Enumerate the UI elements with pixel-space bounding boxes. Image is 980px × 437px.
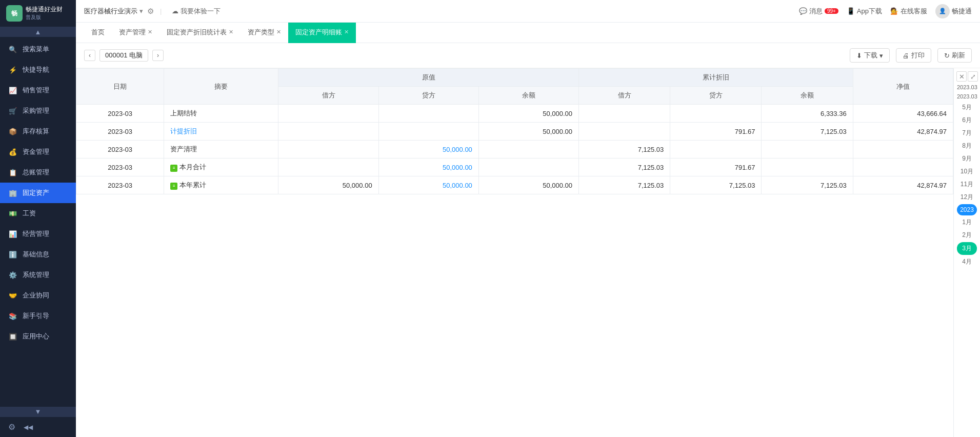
sidebar-scroll-down[interactable]: ▼ — [0, 407, 76, 416]
sidebar-item-finance[interactable]: 💰 资金管理 — [0, 142, 76, 162]
sidebar-item-sales[interactable]: 📈 销售管理 — [0, 80, 76, 101]
sidebar-item-label: 快捷导航 — [23, 65, 49, 74]
tab-asset-mgmt[interactable]: 资产管理 ✕ — [112, 23, 159, 43]
user-name: 畅捷通 — [952, 7, 972, 16]
sidebar-item-salary[interactable]: 💵 工资 — [0, 203, 76, 224]
cell-accum-credit: 7,125.03 — [670, 176, 762, 194]
tab-asset-type[interactable]: 资产类型 ✕ — [241, 23, 288, 43]
download-icon: ⬇ — [856, 52, 862, 59]
cell-orig-credit — [378, 105, 478, 123]
download-chevron-icon: ▾ — [879, 52, 883, 59]
sidebar-item-quicknav[interactable]: ⚡ 快捷导航 — [0, 59, 76, 80]
experience-btn[interactable]: ☁ 我要体验一下 — [172, 7, 221, 16]
sidebar-scroll-up[interactable]: ▲ — [0, 27, 76, 37]
download-label: 下载 — [864, 51, 877, 60]
settings-gear-icon[interactable]: ⚙ — [147, 7, 154, 16]
topbar-right: 💬 消息 99+ 📱 App下载 💁 在线客服 👤 畅捷通 — [799, 4, 972, 18]
cell-summary: ≡ 本月合计 — [164, 158, 278, 176]
user-profile[interactable]: 👤 畅捷通 — [935, 4, 972, 18]
company-selector[interactable]: 医疗器械行业演示 ▾ — [84, 7, 143, 16]
collapse-icon[interactable]: ◀◀ — [24, 424, 33, 431]
logo-title: 畅捷通好业财 — [26, 6, 63, 14]
cell-orig-balance: 50,000.00 — [478, 105, 578, 123]
sidebar-item-label: 经营管理 — [23, 229, 49, 239]
messages-btn[interactable]: 💬 消息 99+ — [799, 7, 838, 16]
system-icon: ⚙️ — [8, 270, 17, 280]
customer-service-label: 在线客服 — [901, 7, 927, 16]
sidebar-item-purchase[interactable]: 🛒 采购管理 — [0, 101, 76, 121]
timeline-month-item[interactable]: 4月 — [955, 255, 979, 268]
cell-summary: ≡ 本年累计 — [164, 176, 278, 194]
tab-asset-type-label: 资产类型 — [248, 28, 274, 37]
tab-depreciation-stats[interactable]: 固定资产折旧统计表 ✕ — [159, 23, 241, 43]
timeline-month-item[interactable]: 11月 — [955, 178, 979, 191]
panel-close-btn[interactable]: ✕ — [956, 71, 967, 82]
sidebar-item-label: 库存核算 — [23, 127, 49, 136]
panel-expand-btn[interactable]: ⤢ — [968, 71, 978, 82]
timeline-month-item[interactable]: 2023 — [957, 204, 977, 215]
timeline-month-item[interactable]: 3月 — [957, 242, 977, 255]
sidebar-item-operations[interactable]: 📊 经营管理 — [0, 224, 76, 244]
timeline-month-item[interactable]: 10月 — [955, 165, 979, 178]
th-net-value: 净值 — [853, 69, 953, 105]
avatar: 👤 — [935, 4, 950, 18]
settings-icon[interactable]: ⚙ — [8, 422, 15, 432]
timeline-top-1: 2023.03 — [954, 83, 980, 92]
timeline-month-item[interactable]: 5月 — [955, 101, 979, 114]
sidebar-item-label: 资金管理 — [23, 147, 49, 156]
cell-date: 2023-03 — [76, 158, 164, 176]
cell-accum-credit — [670, 141, 762, 158]
cell-summary: 计提折旧 — [164, 123, 278, 141]
tabs-bar: 首页 资产管理 ✕ 固定资产折旧统计表 ✕ 资产类型 ✕ 固定资产明细账 ✕ — [76, 23, 980, 43]
sidebar-item-basicinfo[interactable]: ℹ️ 基础信息 — [0, 244, 76, 265]
next-asset-btn[interactable]: › — [152, 50, 164, 61]
logo-icon: 畅 — [6, 5, 23, 22]
tab-home[interactable]: 首页 — [84, 23, 112, 43]
sidebar: 畅 畅捷通好业财 普及版 ▲ 🔍 搜索菜单 ⚡ 快捷导航 📈 销售管理 🛒 采购… — [0, 0, 76, 437]
tab-close-icon[interactable]: ✕ — [148, 29, 152, 35]
operations-icon: 📊 — [8, 229, 17, 239]
tab-close-icon[interactable]: ✕ — [276, 29, 281, 35]
sidebar-item-guide[interactable]: 📚 新手引导 — [0, 306, 76, 326]
timeline-month-item[interactable]: 9月 — [955, 152, 979, 165]
refresh-btn[interactable]: ↻ 刷新 — [937, 48, 972, 63]
timeline-month-item[interactable]: 8月 — [955, 140, 979, 152]
download-btn[interactable]: ⬇ 下载 ▾ — [850, 48, 890, 63]
cell-net-value: 42,874.97 — [853, 176, 953, 194]
customer-service-btn[interactable]: 💁 在线客服 — [890, 7, 927, 16]
tab-close-icon[interactable]: ✕ — [229, 29, 233, 35]
tab-depreciation-stats-label: 固定资产折旧统计表 — [167, 28, 227, 37]
sidebar-item-inventory[interactable]: 📦 库存核算 — [0, 121, 76, 142]
refresh-label: 刷新 — [952, 51, 965, 60]
app-download-btn[interactable]: 📱 App下载 — [847, 7, 882, 16]
timeline-month-item[interactable]: 7月 — [955, 127, 979, 140]
prev-asset-btn[interactable]: ‹ — [84, 50, 95, 61]
cell-accum-debit — [579, 123, 670, 141]
sidebar-item-search[interactable]: 🔍 搜索菜单 — [0, 39, 76, 59]
tab-home-label: 首页 — [91, 28, 105, 37]
cell-orig-debit — [278, 141, 378, 158]
cell-accum-balance — [762, 141, 853, 158]
sidebar-item-system[interactable]: ⚙️ 系统管理 — [0, 265, 76, 285]
sidebar-item-cooperation[interactable]: 🤝 企业协同 — [0, 285, 76, 306]
th-accum-balance: 余额 — [762, 87, 853, 105]
fixedassets-icon: 🏢 — [8, 188, 17, 197]
sidebar-item-fixedassets[interactable]: 🏢 固定资产 — [0, 183, 76, 203]
cell-orig-balance — [478, 141, 578, 158]
cell-date: 2023-03 — [76, 105, 164, 123]
sidebar-item-apps[interactable]: 🔲 应用中心 — [0, 326, 76, 347]
tab-asset-detail[interactable]: 固定资产明细账 ✕ — [288, 23, 356, 43]
sidebar-item-label: 工资 — [23, 209, 36, 218]
sidebar-item-ledger[interactable]: 📋 总账管理 — [0, 162, 76, 183]
search-icon: 🔍 — [8, 45, 17, 54]
timeline-month-item[interactable]: 6月 — [955, 114, 979, 127]
cell-summary: 上期结转 — [164, 105, 278, 123]
company-name: 医疗器械行业演示 — [84, 7, 137, 16]
tab-close-icon[interactable]: ✕ — [344, 29, 349, 35]
cell-accum-balance: 7,125.03 — [762, 176, 853, 194]
timeline-month-item[interactable]: 2月 — [955, 229, 979, 242]
timeline-month-item[interactable]: 12月 — [955, 191, 979, 204]
timeline-month-item[interactable]: 1月 — [955, 216, 979, 229]
messages-label: 消息 — [809, 7, 823, 16]
print-btn[interactable]: 🖨 打印 — [896, 48, 931, 63]
